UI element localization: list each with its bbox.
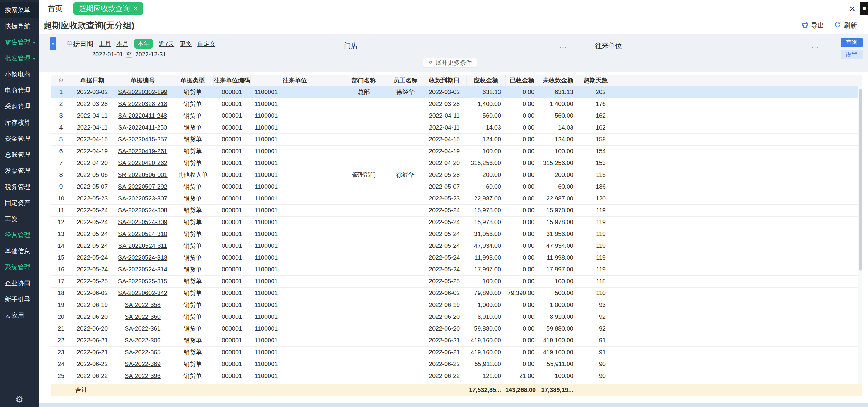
document-link[interactable]: SA-20220524-313 (118, 254, 167, 261)
document-link[interactable]: SA-20220602-342 (118, 290, 167, 296)
table-row[interactable]: 162022-05-24SA-20220524-314销货单0000011100… (51, 264, 862, 275)
document-link[interactable]: SA-20220411-250 (118, 124, 167, 131)
collapse-filter-button[interactable]: » (50, 37, 57, 50)
expand-more-conditions-button[interactable]: 展开更多条件 (423, 58, 477, 67)
table-row[interactable]: 172022-05-25SA-20220525-315销货单0000011100… (51, 275, 862, 287)
column-header[interactable]: 超期天数 (578, 75, 614, 86)
partner-input[interactable]: ... (627, 41, 809, 50)
document-link[interactable]: SA-20220419-261 (118, 148, 167, 155)
sidebar-item-19[interactable]: 新手引导 (0, 291, 39, 307)
quick-filter[interactable]: 本年 (134, 39, 153, 49)
document-link[interactable]: SA-20220302-199 (118, 89, 167, 95)
sidebar-item-1[interactable]: 搜索菜单 (0, 2, 39, 18)
sidebar-item-18[interactable]: 企业协同 (0, 275, 39, 291)
table-row[interactable]: 72022-04-20SA-20220420-262销货单00000111000… (51, 157, 862, 169)
document-link[interactable]: SA-2022-360 (125, 313, 160, 320)
sidebar-item-11[interactable]: 发票管理 (0, 163, 39, 179)
document-link[interactable]: SA-2022-396 (125, 372, 160, 379)
document-link[interactable]: SA-2022-306 (125, 337, 160, 344)
table-row[interactable]: 202022-06-20SA-2022-360销货单00000111000012… (51, 311, 862, 323)
date-to-input[interactable]: 2022-12-31 (135, 51, 166, 59)
sidebar-item-9[interactable]: 资金管理 (0, 130, 39, 146)
query-button[interactable]: 查询 (841, 38, 863, 47)
column-header[interactable]: 单据类型 (172, 75, 213, 86)
column-header[interactable]: 往来单位编码 (213, 75, 250, 86)
document-link[interactable]: SA-2022-369 (125, 361, 160, 367)
table-row[interactable]: 142022-05-24SA-20220524-311销货单0000011100… (51, 240, 862, 252)
quick-filter[interactable]: 上月 (99, 40, 111, 48)
table-row[interactable]: 22022-03-28SA-20220328-218销货单00000111000… (51, 98, 862, 110)
column-header[interactable]: 收款到期日 (422, 75, 466, 86)
close-icon[interactable]: × (849, 3, 855, 14)
store-picker-ellipsis[interactable]: ... (560, 41, 567, 49)
document-link[interactable]: SA-20220328-218 (118, 100, 167, 107)
document-link[interactable]: SA-20220524-310 (118, 231, 167, 237)
column-header[interactable]: 单据编号 (114, 75, 172, 86)
column-header[interactable]: 未收款金额 (539, 75, 578, 86)
sidebar-item-10[interactable]: 总账管理 (0, 146, 39, 163)
table-row[interactable]: 92022-05-07SA-20220507-292销货单00000111000… (51, 181, 862, 193)
refresh-button[interactable]: 刷新 (834, 21, 857, 30)
sidebar-item-2[interactable]: 快捷导航 (0, 18, 39, 34)
document-link[interactable]: SA-20220524-314 (118, 266, 167, 273)
tab-home[interactable]: 首页 (48, 4, 63, 13)
table-row[interactable]: 52022-04-15SA-20220415-257销货单00000111000… (51, 133, 862, 145)
quick-filter[interactable]: 更多 (180, 40, 192, 48)
table-row[interactable]: 122022-05-24SA-20220524-309销货单0000011100… (51, 216, 862, 228)
table-row[interactable]: 262022-06-22SA-2022-397销货单00000111000012… (51, 382, 862, 384)
tab-close-icon[interactable]: × (133, 2, 138, 14)
document-link[interactable]: SA-20220525-315 (118, 278, 167, 284)
table-row[interactable]: 252022-06-22SA-2022-396销货单00000111000012… (51, 370, 862, 382)
sidebar-item-7[interactable]: 采购管理 (0, 98, 39, 114)
table-row[interactable]: 112022-05-24SA-20220524-308销货单0000011100… (51, 204, 862, 216)
table-row[interactable]: 222022-06-21SA-2022-306销货单00000111000012… (51, 335, 862, 346)
sidebar-item-4[interactable]: 批发管理▼ (0, 50, 39, 66)
sidebar-item-8[interactable]: 库存核算 (0, 114, 39, 130)
date-from-input[interactable]: 2022-01-01 (92, 51, 123, 59)
table-row[interactable]: 62022-04-19SA-20220419-261销货单00000111000… (51, 145, 862, 157)
document-link[interactable]: SA-2022-361 (125, 325, 160, 332)
tab-overdue-receivables[interactable]: 超期应收款查询 × (73, 2, 143, 14)
table-row[interactable]: 12022-03-02SA-20220302-199销货单00000111000… (51, 86, 862, 98)
quick-filter[interactable]: 近7天 (159, 40, 174, 48)
partner-picker-ellipsis[interactable]: ... (812, 41, 819, 49)
column-settings-gear-icon[interactable]: ⚙ (51, 75, 71, 86)
document-link[interactable]: SA-20220411-248 (118, 112, 167, 119)
sidebar-item-12[interactable]: 税务管理 (0, 179, 39, 195)
document-link[interactable]: SA-20220523-307 (118, 195, 167, 202)
sidebar-item-15[interactable]: 经营管理 (0, 227, 39, 243)
table-row[interactable]: 182022-06-02SA-20220602-342销货单0000011100… (51, 287, 862, 299)
document-link[interactable]: SA-20220524-311 (118, 242, 167, 249)
quick-filter[interactable]: 本月 (116, 40, 128, 48)
document-link[interactable]: SR-20220506-001 (118, 171, 167, 178)
table-row[interactable]: 152022-05-24SA-20220524-313销货单0000011100… (51, 252, 862, 264)
sidebar-item-17[interactable]: 系统管理 (0, 259, 39, 275)
export-button[interactable]: 导出 (801, 21, 824, 30)
document-link[interactable]: SA-20220420-262 (118, 160, 167, 166)
menu-icon[interactable]: ≡ (860, 2, 868, 15)
document-link[interactable]: SA-20220507-292 (118, 183, 167, 190)
document-link[interactable]: SA-20220524-309 (118, 219, 167, 225)
column-header[interactable]: 单据日期 (71, 75, 114, 86)
store-input[interactable]: ... (362, 41, 557, 50)
column-header[interactable]: 员工名称 (389, 75, 422, 86)
vertical-scrollbar[interactable] (858, 86, 862, 384)
sidebar-item-20[interactable]: 云应用 (0, 307, 39, 323)
document-link[interactable]: SA-20220524-308 (118, 207, 167, 213)
table-row[interactable]: 42022-04-11SA-20220411-250销货单00000111000… (51, 122, 862, 133)
document-link[interactable]: SA-2022-358 (125, 301, 160, 308)
sidebar-item-13[interactable]: 固定资产 (0, 195, 39, 211)
scrollbar-thumb[interactable] (859, 89, 862, 271)
column-header[interactable]: 应收金额 (466, 75, 505, 86)
table-row[interactable]: 212022-06-20SA-2022-361销货单00000111000012… (51, 323, 862, 335)
column-header[interactable]: 已收金额 (505, 75, 539, 86)
table-row[interactable]: 102022-05-23SA-20220523-307销货单0000011100… (51, 193, 862, 204)
quick-filter[interactable]: 自定义 (197, 40, 215, 48)
column-header[interactable]: 部门名称 (339, 75, 389, 86)
document-link[interactable]: SA-20220415-257 (118, 136, 167, 142)
table-row[interactable]: 82022-05-06SR-20220506-001其他收入单000001110… (51, 169, 862, 181)
sidebar-item-5[interactable]: 小畅电商 (0, 66, 39, 82)
table-row[interactable]: 192022-06-19SA-2022-358销货单00000111000012… (51, 299, 862, 311)
sidebar-item-3[interactable]: 零售管理▼ (0, 34, 39, 50)
sidebar-item-16[interactable]: 基础信息 (0, 243, 39, 259)
